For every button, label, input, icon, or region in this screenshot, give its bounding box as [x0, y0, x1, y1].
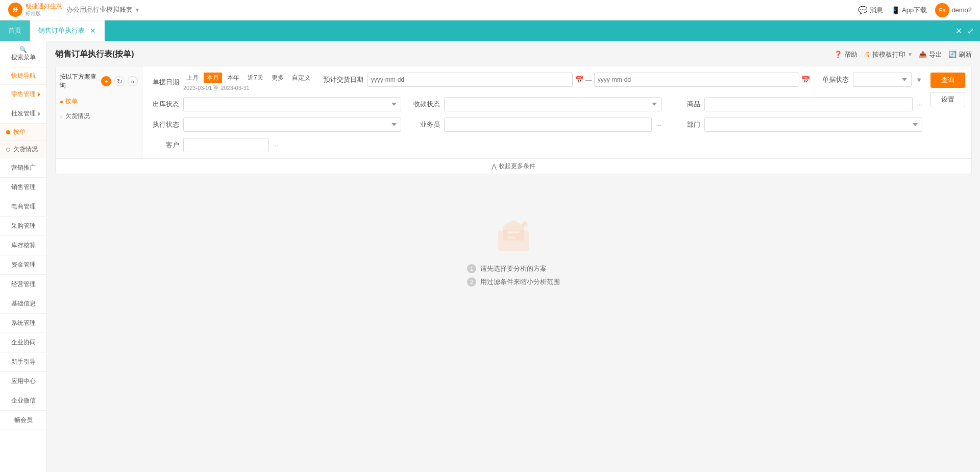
refresh-button[interactable]: 🔄 刷新: [948, 50, 972, 59]
tab-bar-right: ✕ ⤢: [949, 20, 980, 41]
sidebar-item-newbie[interactable]: 新手引导: [0, 352, 46, 372]
tab-close-window-icon[interactable]: ✕: [955, 26, 962, 36]
sidebar-item-operations[interactable]: 经营管理: [0, 275, 46, 294]
date-tab-last-month[interactable]: 上月: [183, 73, 202, 83]
user-area[interactable]: Ea demo2: [935, 3, 972, 17]
sidebar-item-ecommerce-label: 电商管理: [11, 203, 36, 210]
sidebar-item-wholesale-label: 批发管理: [11, 110, 36, 117]
sidebar-item-member[interactable]: 畅会员: [0, 411, 46, 430]
customer-more-icon[interactable]: ···: [273, 141, 279, 149]
sidebar-sub-item-arrears[interactable]: 欠货情况: [0, 141, 46, 158]
refresh-label: 刷新: [959, 50, 972, 59]
status-expand-icon[interactable]: ▼: [916, 76, 922, 84]
tab-home-label: 首页: [8, 26, 21, 35]
sidebar-item-marketing[interactable]: 营销推广: [0, 158, 46, 178]
logo-sub: 标准版: [26, 10, 62, 17]
tip-num-2: 2: [467, 277, 476, 287]
filter-scheme-title: 按以下方案查询: [60, 73, 101, 90]
customer-input[interactable]: [183, 138, 269, 152]
scheme-order-label: 按单: [65, 97, 78, 106]
sidebar-item-purchase[interactable]: 采购管理: [0, 217, 46, 236]
svg-rect-4: [507, 237, 516, 239]
date-tab-this-month[interactable]: 本月: [204, 73, 222, 83]
tab-expand-icon[interactable]: ⤢: [967, 26, 974, 36]
tab-sales-exec[interactable]: 销售订单执行表 ✕: [30, 20, 105, 41]
filter-row-2: 出库状态 收款状态: [151, 97, 922, 111]
filter-row-4: 客户 ···: [151, 138, 922, 152]
tab-close-icon[interactable]: ✕: [90, 27, 96, 35]
tab-home[interactable]: 首页: [0, 20, 30, 41]
refresh-scheme-button[interactable]: ↻: [114, 76, 125, 86]
sidebar-item-wechat[interactable]: 企业微信: [0, 391, 46, 411]
status-label: 单据状态: [820, 75, 849, 84]
goods-more-icon[interactable]: ···: [917, 101, 922, 108]
customer-field: 客户 ···: [151, 138, 279, 152]
add-scheme-button[interactable]: +: [101, 76, 111, 86]
filter-form: 单据日期 上月 本月 本年 近7天 更多 自定义: [142, 66, 930, 158]
sidebar-item-app-center[interactable]: 应用中心: [0, 372, 46, 391]
date-to-calendar-icon[interactable]: 📅: [801, 76, 810, 84]
sidebar-item-retail[interactable]: 零售管理: [0, 85, 46, 104]
date-tab-more[interactable]: 更多: [268, 73, 287, 83]
expected-date-from-input[interactable]: [368, 73, 573, 87]
message-button[interactable]: 💬 消息: [858, 6, 883, 15]
empty-tip-1: 1 请先选择要分析的方案: [467, 264, 560, 273]
collapse-scheme-button[interactable]: «: [128, 76, 138, 86]
sidebar-item-enterprise[interactable]: 企业协同: [0, 333, 46, 352]
scheme-item-arrears[interactable]: ○ 欠货情况: [60, 109, 138, 124]
out-status-label: 出库状态: [151, 100, 179, 109]
date-tab-7days[interactable]: 近7天: [244, 73, 266, 83]
help-button[interactable]: ❓ 帮助: [834, 50, 857, 59]
message-icon: 💬: [858, 6, 868, 15]
print-arrow-icon: ▼: [908, 52, 913, 57]
salesman-input[interactable]: [444, 117, 652, 132]
recv-status-select[interactable]: [444, 97, 662, 111]
logo-text: 畅捷通好生意: [26, 3, 62, 10]
empty-tips: 1 请先选择要分析的方案 2 用过滤条件来缩小分析范围: [467, 264, 560, 287]
logo-area[interactable]: 好 畅捷通好生意 标准版: [8, 3, 62, 17]
date-tab-this-year[interactable]: 本年: [224, 73, 242, 83]
salesman-more-icon[interactable]: ···: [656, 121, 662, 129]
date-from-calendar-icon[interactable]: 📅: [575, 76, 583, 84]
sidebar-item-ecommerce[interactable]: 电商管理: [0, 197, 46, 217]
print-button[interactable]: 🖨 按模板打印 ▼: [864, 50, 913, 59]
scheme-arrears-label: 欠货情况: [65, 112, 90, 121]
dept-select[interactable]: [704, 117, 922, 132]
scheme-item-order[interactable]: ● 按单: [60, 94, 138, 109]
help-icon: ❓: [834, 51, 842, 58]
empty-tip-2: 2 用过滤条件来缩小分析范围: [467, 277, 560, 287]
collapse-up-icon: ⋀: [492, 163, 497, 170]
date-tab-custom[interactable]: 自定义: [289, 73, 313, 83]
sidebar-item-operations-label: 经营管理: [11, 280, 36, 288]
sidebar-item-inventory[interactable]: 库存核算: [0, 236, 46, 255]
sidebar-item-basic-info[interactable]: 基础信息: [0, 294, 46, 314]
filter-row-dates: 单据日期 上月 本月 本年 近7天 更多 自定义: [151, 73, 922, 92]
sidebar-sub-item-order[interactable]: 按单: [0, 124, 46, 141]
settings-button[interactable]: 设置: [930, 92, 965, 107]
sidebar-sub-arrears-label: 欠货情况: [13, 145, 38, 154]
sidebar-item-wholesale[interactable]: 批发管理: [0, 104, 46, 124]
out-status-select[interactable]: [183, 97, 401, 111]
goods-field: 商品 ···: [672, 97, 922, 111]
export-button[interactable]: 📤 导出: [919, 50, 942, 59]
sidebar-search-label: 搜索菜单: [4, 53, 42, 62]
sidebar-item-inventory-label: 库存核算: [11, 242, 36, 249]
filter-card: 按以下方案查询 + ↻ « ● 按单 ○: [55, 66, 972, 174]
filter-scheme-title-row: 按以下方案查询 + ↻ «: [60, 73, 138, 90]
header-right: 💬 消息 📱 App下载 Ea demo2: [858, 3, 972, 17]
exec-status-select[interactable]: [183, 117, 401, 132]
header-left: 好 畅捷通好生意 标准版 办公用品行业模拟账套 ▼: [8, 3, 140, 17]
sidebar-quick-nav[interactable]: 快捷导航: [0, 67, 46, 85]
breadcrumb[interactable]: 办公用品行业模拟账套 ▼: [66, 5, 140, 14]
sidebar-search[interactable]: 🔍 搜索菜单: [0, 41, 46, 67]
sidebar-item-sales[interactable]: 销售管理: [0, 178, 46, 197]
app-download-button[interactable]: 📱 App下载: [891, 6, 927, 15]
expected-date-to-input[interactable]: [594, 73, 799, 87]
goods-input[interactable]: [704, 97, 913, 111]
empty-state-illustration: [488, 215, 539, 256]
collapse-row[interactable]: ⋀ 收起更多条件: [56, 158, 971, 174]
status-select[interactable]: [853, 73, 912, 87]
query-button[interactable]: 查询: [930, 73, 965, 88]
sidebar-item-finance[interactable]: 资金管理: [0, 255, 46, 275]
sidebar-item-system[interactable]: 系统管理: [0, 314, 46, 333]
